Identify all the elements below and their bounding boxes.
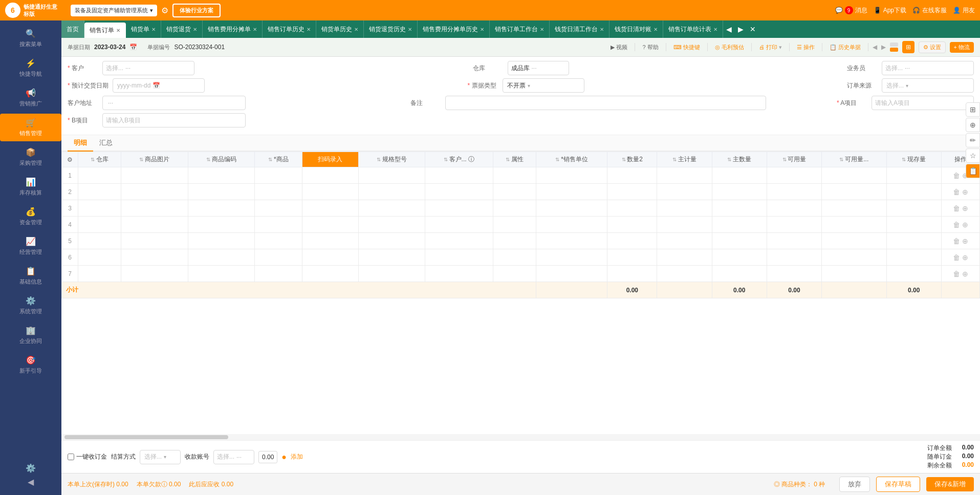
tab-expense-split[interactable]: 销售费用分摊单 ✕: [203, 20, 263, 38]
float-btn-4[interactable]: ☆: [966, 148, 980, 163]
delete-icon-6[interactable]: 🗑: [953, 253, 960, 262]
float-btn-3[interactable]: ✏: [966, 133, 980, 147]
tab-detail[interactable]: 明细: [68, 135, 93, 152]
tab-expense-history[interactable]: 销售费用分摊单历史 ✕: [418, 20, 490, 38]
online-service-btn[interactable]: 🎧 在线客服: [912, 6, 947, 15]
sidebar-collapse-btn[interactable]: ◀: [28, 477, 34, 487]
horizontal-scrollbar[interactable]: [61, 434, 980, 440]
tab-prev-btn[interactable]: ◀: [723, 25, 735, 33]
save-draft-btn[interactable]: 保存草稿: [876, 477, 920, 492]
save-new-btn[interactable]: 保存&新增: [926, 477, 974, 491]
sidebar-item-quicknav[interactable]: ⚡ 快捷导航: [0, 54, 61, 82]
col-main-unit[interactable]: ⇅ 主计量: [657, 152, 712, 167]
staff-input[interactable]: 选择... ···: [882, 61, 974, 75]
tab-close-sales-refund[interactable]: ✕: [193, 27, 197, 32]
sidebar-item-purchase[interactable]: 📦 采购管理: [0, 143, 61, 171]
operations-btn[interactable]: ☰ 操作: [794, 42, 818, 52]
tab-order-history[interactable]: 销售订单历史 ✕: [263, 20, 316, 38]
col-sales-unit[interactable]: ⇅ *销售单位: [536, 152, 607, 167]
sidebar-item-enterprise[interactable]: 🏢 企业协同: [0, 321, 61, 349]
delete-icon-3[interactable]: 🗑: [953, 204, 960, 212]
sidebar-item-sales[interactable]: 🛒 销售管理: [0, 114, 61, 141]
add-material-btn[interactable]: + 物流: [950, 42, 974, 53]
tab-close-sales-order[interactable]: ✕: [116, 28, 120, 33]
industry-btn[interactable]: 体验行业方案: [172, 4, 221, 17]
customer-input[interactable]: 选择... ···: [102, 61, 194, 75]
col-scan[interactable]: 扫码录入: [302, 152, 358, 167]
tab-sales-order[interactable]: 销售订单 ✕: [84, 23, 126, 38]
settings-icon[interactable]: ⚙: [161, 6, 168, 15]
tab-close-reconcile[interactable]: ✕: [654, 27, 658, 32]
tab-close-order-workbench[interactable]: ✕: [540, 27, 544, 32]
col-available[interactable]: ⇅ 可用量: [767, 152, 821, 167]
col-stock[interactable]: ⇅ 现存量: [886, 152, 941, 167]
delete-icon-2[interactable]: 🗑: [953, 188, 960, 196]
tab-more-btn[interactable]: ✕: [747, 25, 759, 33]
toolbar-next-btn[interactable]: ▶: [881, 44, 886, 51]
settings-btn[interactable]: ⚙ 设置: [919, 41, 946, 53]
tab-refund-history[interactable]: 销货退货历史 ✕: [364, 20, 418, 38]
checkout-checkbox[interactable]: [68, 454, 74, 460]
tab-close-return-history[interactable]: ✕: [354, 27, 358, 32]
account-select[interactable]: 选择... ···: [213, 450, 254, 464]
delivery-date-input[interactable]: yyyy-mm-dd 📅: [113, 78, 205, 93]
col-warehouse[interactable]: ⇅ 仓库: [78, 152, 121, 167]
float-btn-5[interactable]: 📋: [966, 164, 980, 178]
sidebar-settings-btn[interactable]: ⚙️: [26, 463, 36, 473]
tab-summary[interactable]: 汇总: [93, 135, 119, 152]
order-source-select[interactable]: 选择... ▾: [882, 78, 974, 93]
col-product-code[interactable]: ⇅ 商品编码: [188, 152, 254, 167]
copy-icon-3[interactable]: ⊕: [962, 204, 968, 212]
tab-close-expense-split[interactable]: ✕: [253, 27, 257, 32]
copy-icon-5[interactable]: ⊕: [962, 237, 968, 245]
shortcut-btn[interactable]: ⌨ 快捷键: [670, 42, 703, 52]
tab-close-sales-return[interactable]: ✕: [151, 27, 156, 32]
sidebar-item-finance[interactable]: 💰 资金管理: [0, 203, 61, 230]
col-main-qty[interactable]: ⇅ 主数量: [712, 152, 767, 167]
tab-sales-stats[interactable]: 销售订单统计表 ✕: [663, 20, 723, 38]
sidebar-item-guide[interactable]: 🎯 新手引导: [0, 351, 61, 379]
col-customer-code[interactable]: ⇅ 客户... ⓘ: [425, 152, 493, 167]
app-download-btn[interactable]: 📱 App下载: [874, 6, 906, 15]
copy-icon-7[interactable]: ⊕: [962, 270, 968, 278]
sidebar-item-system[interactable]: ⚙️ 系统管理: [0, 292, 61, 319]
profit-btn[interactable]: ◎ 毛利预估: [712, 42, 747, 52]
copy-icon-2[interactable]: ⊕: [962, 188, 968, 196]
delete-icon-1[interactable]: 🗑: [953, 171, 960, 180]
card-view-btn[interactable]: [890, 48, 898, 52]
float-btn-1[interactable]: ⊞: [966, 102, 980, 117]
tab-sales-return[interactable]: 销货单 ✕: [126, 20, 161, 38]
col-settings[interactable]: ⚙: [62, 152, 78, 167]
delete-icon-7[interactable]: 🗑: [953, 270, 960, 278]
sidebar-item-operation[interactable]: 📈 经营管理: [0, 232, 61, 260]
system-selector[interactable]: 装备及固定资产辅助管理系统 ▾: [71, 5, 157, 16]
help-btn[interactable]: ? 帮助: [639, 42, 661, 52]
one-click-checkout-checkbox[interactable]: 一键收订金: [68, 453, 107, 461]
sidebar-item-basic[interactable]: 📋 基础信息: [0, 262, 61, 290]
col-product[interactable]: ⇅ *商品: [254, 152, 302, 167]
b-project-input[interactable]: 请输入B项目: [102, 113, 246, 127]
discard-btn[interactable]: 放弃: [839, 477, 870, 492]
list-view-btn[interactable]: [890, 42, 898, 47]
customer-address-input[interactable]: ···: [102, 96, 246, 110]
col-product-image[interactable]: ⇅ 商品图片: [121, 152, 188, 167]
col-settings-icon[interactable]: ⚙: [67, 156, 73, 163]
add-link[interactable]: 添加: [291, 453, 303, 461]
tab-reconcile[interactable]: 钱货日清对账 ✕: [609, 20, 663, 38]
tab-close-refund-history[interactable]: ✕: [408, 27, 412, 32]
tab-sales-refund[interactable]: 销货退货 ✕: [161, 20, 203, 38]
copy-icon-6[interactable]: ⊕: [962, 253, 968, 262]
tab-close-receivable-workbench[interactable]: ✕: [600, 27, 604, 32]
remark-input[interactable]: [445, 96, 766, 110]
col-spec[interactable]: ⇅ 规格型号: [358, 152, 425, 167]
tab-order-workbench[interactable]: 销售订单工作台 ✕: [490, 20, 550, 38]
a-project-input[interactable]: 请输入A项目: [872, 96, 974, 110]
sidebar-item-inventory[interactable]: 📊 库存核算: [0, 173, 61, 201]
copy-icon-4[interactable]: ⊕: [962, 221, 968, 229]
toolbar-prev-btn[interactable]: ◀: [873, 44, 877, 51]
message-btn[interactable]: 💬 9 消息: [835, 6, 867, 15]
tab-close-sales-stats[interactable]: ✕: [713, 27, 717, 32]
user-avatar[interactable]: 👤 用友: [953, 6, 975, 15]
tab-close-order-history[interactable]: ✕: [307, 27, 311, 32]
calendar-icon[interactable]: 📅: [129, 44, 137, 51]
